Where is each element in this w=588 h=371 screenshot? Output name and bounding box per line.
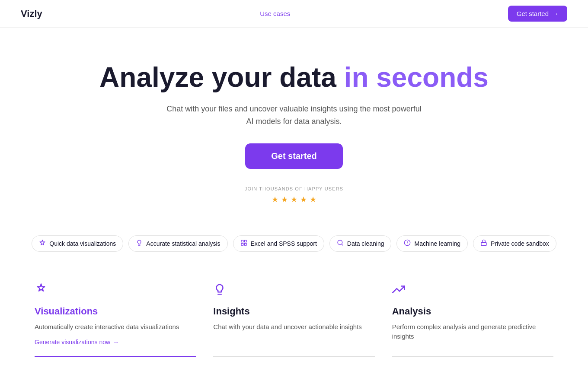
badge-cleaning: Data cleaning xyxy=(329,235,392,252)
badge-label: Accurate statistical analysis xyxy=(146,240,220,247)
social-proof-label: JOIN THOUSANDS OF HAPPY USERS xyxy=(21,186,567,191)
svg-rect-1 xyxy=(244,240,246,242)
feature-desc-insights: Chat with your data and uncover actionab… xyxy=(213,322,374,332)
nav-get-started-button[interactable]: Get started → xyxy=(508,6,567,22)
hero-title: Analyze your data in seconds xyxy=(21,62,567,92)
svg-rect-2 xyxy=(241,243,243,245)
star-2: ★ xyxy=(281,195,288,204)
star-3: ★ xyxy=(291,195,297,204)
feature-title-analysis: Analysis xyxy=(392,306,553,317)
feature-card-insights: Insights Chat with your data and uncover… xyxy=(213,283,374,357)
star-rating: ★ ★ ★ ★ ★ xyxy=(21,195,567,204)
nav-link-use-cases[interactable]: Use cases xyxy=(260,10,290,17)
analysis-icon xyxy=(392,283,553,299)
badge-quick-viz: Quick data visualizations xyxy=(32,235,123,252)
hero-get-started-button[interactable]: Get started xyxy=(245,143,343,169)
search-icon xyxy=(337,239,344,248)
feature-title-insights: Insights xyxy=(213,306,374,317)
svg-rect-3 xyxy=(244,243,246,245)
features-section: Visualizations Automatically create inte… xyxy=(0,266,588,371)
svg-line-5 xyxy=(342,244,343,245)
star-5: ★ xyxy=(310,195,316,204)
navbar: Vizly Use cases Get started → xyxy=(0,0,588,28)
badge-label: Machine learning xyxy=(414,240,460,247)
svg-rect-0 xyxy=(241,240,243,242)
hero-section: Analyze your data in seconds Chat with y… xyxy=(0,28,588,222)
nav-links: Use cases xyxy=(260,10,290,18)
hero-subtitle: Chat with your files and uncover valuabl… xyxy=(164,103,424,128)
badge-ml: Machine learning xyxy=(396,235,468,252)
feature-desc-viz: Automatically create interactive data vi… xyxy=(35,322,196,332)
feature-card-visualizations: Visualizations Automatically create inte… xyxy=(35,283,196,357)
info-icon xyxy=(404,239,411,248)
insights-icon xyxy=(213,283,374,299)
feature-link-viz[interactable]: Generate visualizations now → xyxy=(35,339,196,346)
logo: Vizly xyxy=(21,8,42,19)
hero-title-accent: in seconds xyxy=(344,62,489,93)
feature-desc-analysis: Perform complex analysis and generate pr… xyxy=(392,322,553,342)
badge-label: Quick data visualizations xyxy=(49,240,116,247)
badge-sandbox: Private code sandbox xyxy=(473,235,556,252)
sparkle-icon xyxy=(39,239,46,248)
badge-excel: Excel and SPSS support xyxy=(233,235,324,252)
badge-label: Private code sandbox xyxy=(491,240,549,247)
star-4: ★ xyxy=(300,195,307,204)
feature-title-viz: Visualizations xyxy=(35,306,196,317)
badge-statistical: Accurate statistical analysis xyxy=(128,235,227,252)
grid-icon xyxy=(240,239,247,248)
social-proof: JOIN THOUSANDS OF HAPPY USERS ★ ★ ★ ★ ★ xyxy=(21,186,567,204)
feature-badges: Quick data visualizations Accurate stati… xyxy=(0,222,588,266)
star-1: ★ xyxy=(272,195,278,204)
svg-rect-9 xyxy=(481,242,486,245)
badge-label: Data cleaning xyxy=(347,240,384,247)
badge-label: Excel and SPSS support xyxy=(251,240,317,247)
lock-icon xyxy=(480,239,487,248)
visualizations-icon xyxy=(35,283,196,299)
bulb-icon xyxy=(136,239,143,248)
feature-card-analysis: Analysis Perform complex analysis and ge… xyxy=(392,283,553,357)
